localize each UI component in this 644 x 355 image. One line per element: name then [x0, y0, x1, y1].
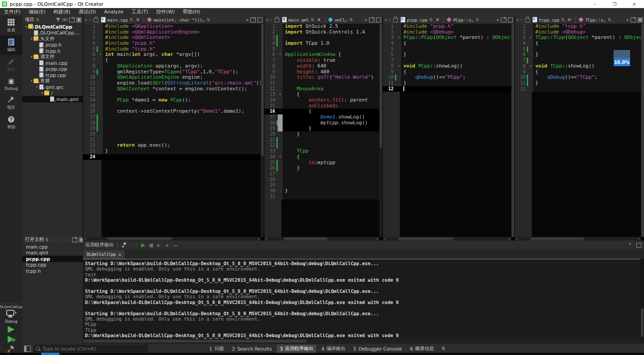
code-line[interactable]: 15	[83, 103, 261, 109]
code-line[interactable]: 22	[264, 143, 379, 148]
code-surface[interactable]: 1#include "pcpp.h"2#include <QDebug>3▾PC…	[383, 24, 511, 237]
horizontal-scrollbar[interactable]: ◂▸	[83, 237, 261, 241]
code-line[interactable]: 19	[83, 126, 261, 131]
menu-item[interactable]: 调试(D)	[75, 8, 100, 16]
code-line[interactable]: 4import TCpp 1.0	[264, 41, 379, 46]
output-pane-button-3[interactable]: 3应用程序输出	[277, 345, 317, 353]
output-console[interactable]: Starting D:\WorkSpace\build-DLQmlCallCpp…	[83, 259, 640, 339]
menu-item[interactable]: 编辑(E)	[25, 8, 50, 16]
fold-marker-icon[interactable]: ▾	[278, 92, 283, 97]
code-line[interactable]: 12 QQmlContext *context = engine.rootCon…	[83, 86, 261, 92]
code-line[interactable]: 11 engine.load(QUrl(QStringLiteral("qrc:…	[83, 80, 261, 86]
toggle-sidebar-icon[interactable]	[24, 346, 31, 352]
code-line[interactable]: 7 visible: true	[264, 58, 379, 63]
code-line[interactable]: 3	[264, 35, 379, 41]
code-line[interactable]: 2#include <QDebug>	[383, 30, 511, 35]
back-icon[interactable]: ‹	[517, 17, 519, 23]
code-line[interactable]: 7	[383, 58, 511, 63]
code-line[interactable]: 1#include "pcpp.h"	[383, 24, 511, 30]
tree-item-[interactable]: ▾r资源	[22, 78, 83, 85]
next-item-icon[interactable]: ›	[136, 242, 137, 248]
open-doc-pcpp.cpp[interactable]: pcpp.cpp	[22, 256, 83, 262]
file-dropdown-icon[interactable]: ⇅	[130, 17, 133, 22]
expand-arrow-icon[interactable]: ▾	[30, 55, 34, 59]
code-line[interactable]: 12	[383, 86, 511, 92]
file-dropdown-icon[interactable]: ⇅	[311, 17, 314, 22]
code-line[interactable]: 27	[264, 171, 379, 177]
split-editor-icon[interactable]	[501, 17, 506, 22]
close-button[interactable]: ×	[624, 0, 644, 8]
open-file-name[interactable]: main.cpp	[107, 17, 128, 22]
horizontal-scrollbar[interactable]: ◂▸	[515, 237, 641, 241]
code-line[interactable]: 18 mytcpp.showLog()	[264, 120, 379, 126]
expand-arrow-icon[interactable]: ▾	[24, 25, 28, 29]
code-line[interactable]: 4{	[383, 41, 511, 46]
close-document-icon[interactable]: ✕	[316, 17, 322, 23]
code-line[interactable]: 28	[264, 177, 379, 183]
symbol-dropdown-icon[interactable]: ⇅	[607, 17, 611, 22]
back-icon[interactable]: ‹	[385, 17, 387, 23]
code-line[interactable]: 25 id:mytcpp	[264, 160, 379, 166]
tree-item-main.cpp[interactable]: cmain.cpp	[22, 60, 83, 66]
mode-question-item[interactable]: ?帮助	[0, 113, 22, 132]
fold-marker-icon[interactable]: ▾	[98, 52, 103, 58]
horizontal-scrollbar[interactable]: ◂▸	[383, 237, 511, 241]
code-line[interactable]: 2#include <QDebug>	[515, 30, 641, 35]
close-document-icon[interactable]: ✕	[434, 17, 440, 23]
code-line[interactable]: 1#include <QApplication>	[83, 24, 261, 30]
output-horizontal-scrollbar[interactable]	[83, 339, 640, 343]
fold-marker-icon[interactable]: ▾	[278, 109, 283, 114]
tree-item-DLQmlCallCpp[interactable]: ▾QDLQmlCallCpp	[22, 24, 83, 30]
forward-icon[interactable]: ›	[89, 17, 91, 23]
clear-output-icon[interactable]	[121, 242, 127, 248]
tree-item-main.qml[interactable]: qmain.qml	[22, 96, 83, 102]
open-doc-main.cpp[interactable]: main.cpp	[22, 244, 83, 250]
open-file-name[interactable]: main.qml	[288, 17, 309, 22]
locator-box[interactable]	[34, 345, 148, 352]
forward-icon[interactable]: ›	[270, 17, 272, 23]
open-file-name[interactable]: pcpp.cpp	[407, 17, 428, 22]
code-line[interactable]: 6▾int main(int argc, char *argv[])	[83, 52, 261, 58]
symbol-dropdown-icon[interactable]: ⇅	[475, 17, 479, 22]
tree-item-pcpp.cpp[interactable]: cpcpp.cpp	[22, 66, 83, 72]
debug-run-button[interactable]: ▶	[8, 334, 14, 343]
code-line[interactable]: 19 }	[264, 126, 379, 131]
back-icon[interactable]: ‹	[85, 17, 87, 23]
code-line[interactable]: 4{	[515, 41, 641, 46]
code-line[interactable]: 11}	[515, 80, 641, 86]
close-split-icon[interactable]	[508, 17, 513, 22]
code-line[interactable]: 10 QQmlApplicationEngine engine;	[83, 75, 261, 80]
code-line[interactable]: 31	[264, 194, 379, 200]
open-doc-main.qml[interactable]: main.qml	[22, 250, 83, 256]
output-vertical-scrollbar[interactable]	[640, 259, 644, 339]
code-line[interactable]: 16▾ {	[264, 109, 379, 114]
open-documents-dropdown[interactable]: ⇅	[45, 237, 49, 242]
code-line[interactable]: 8 width: 640	[264, 63, 379, 69]
code-line[interactable]: 11}	[383, 80, 511, 86]
code-line[interactable]: 3#include <QQmlContext>	[83, 35, 261, 41]
code-line[interactable]: 9{	[515, 69, 641, 75]
code-line[interactable]: 8▾void PCpp::showLog()	[383, 63, 511, 69]
code-line[interactable]: 20	[83, 131, 261, 137]
close-document-icon[interactable]: ✕	[135, 17, 140, 23]
fold-marker-icon[interactable]: ▾	[396, 63, 401, 69]
fold-marker-icon[interactable]: ▾	[278, 154, 283, 160]
tree-item-DLQmlCallCpp.pro[interactable]: pDLQmlCallCpp.pro	[22, 30, 83, 36]
tree-item-[interactable]: ▾c源文件	[22, 54, 83, 60]
output-pane-button-2[interactable]: 2Search Results	[229, 345, 275, 353]
horizontal-scrollbar[interactable]: ◂▸	[264, 237, 379, 241]
code-line[interactable]: 17	[83, 114, 261, 120]
mode-bug-item[interactable]: Debug	[0, 75, 22, 93]
symbol-dropdown-icon[interactable]: ⇅	[207, 17, 210, 22]
code-line[interactable]: 13▾ {	[264, 92, 379, 97]
code-line[interactable]: 16 context->setContextProperty("Demo1",d…	[83, 109, 261, 114]
code-line[interactable]: 5	[383, 46, 511, 52]
code-line[interactable]: 3▾PCpp::PCpp(QObject *parent) : QObject(…	[383, 35, 511, 41]
attach-debugger-icon[interactable]: ▶	[157, 242, 161, 248]
code-line[interactable]: 18	[83, 120, 261, 126]
code-line[interactable]: 2#include <QQmlApplicationEngine>	[83, 30, 261, 35]
tree-item-[interactable]: ▾/	[22, 90, 83, 97]
locator-input[interactable]	[42, 346, 133, 352]
vertical-scrollbar[interactable]: ▲	[641, 24, 644, 237]
output-tab[interactable]: DLQmlCallCpp ✕	[83, 249, 125, 259]
